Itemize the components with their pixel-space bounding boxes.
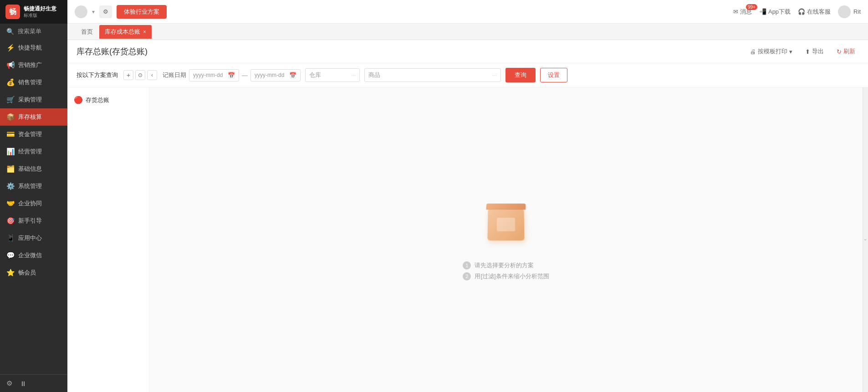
sidebar-item-operation[interactable]: 📊 经营管理 [0,143,67,160]
refresh-btn[interactable]: ↻ 刷新 [833,46,859,57]
sidebar-item-quick-nav[interactable]: ⚡ 快捷导航 [0,39,67,56]
sidebar-item-sales[interactable]: 💰 销售管理 [0,74,67,91]
sidebar-item-system[interactable]: ⚙️ 系统管理 [0,178,67,195]
scheme-collapse-btn[interactable]: ‹ [147,70,157,80]
guide-icon: 🎯 [6,217,15,225]
app-center-icon: 📱 [6,234,15,242]
system-icon: ⚙️ [6,182,15,190]
print-label: 按模板打印 [758,47,787,56]
refresh-label: 刷新 [843,47,855,56]
page-title: 库存总账(存货总账) [77,46,148,57]
date-separator: — [242,72,248,79]
sidebar-item-member[interactable]: ⭐ 畅会员 [0,264,67,281]
wechat-icon: 💬 [6,251,15,260]
app-download-label: App下载 [768,8,791,16]
sidebar-item-capital[interactable]: 💳 资金管理 [0,126,67,143]
scheme-item-label: 存货总账 [86,96,109,104]
topbar-user[interactable] [75,5,87,18]
audio-icon[interactable]: ⏸ [20,380,26,387]
print-icon: 🖨 [750,48,756,55]
user-name-label: Rit [853,8,861,15]
warehouse-select[interactable]: 仓库 ··· [305,68,360,82]
cooperation-icon: 🤝 [6,199,15,208]
online-support-btn[interactable]: 🎧 在线客服 [798,8,831,16]
industry-btn[interactable]: 体验行业方案 [117,5,167,19]
sidebar-item-guide[interactable]: 🎯 新手引导 [0,212,67,229]
message-icon: ✉ [733,8,738,15]
sidebar-search-label: 搜索菜单 [18,27,41,36]
date-label: 记账日期 [163,71,186,79]
topbar-user-name[interactable]: Rit [838,5,861,18]
tab-inventory-ledger[interactable]: 库存成本总账 × [99,25,152,39]
calendar-icon-start: 📅 [228,72,235,79]
print-dropdown-icon: ▾ [789,48,792,55]
sidebar-item-marketing[interactable]: 📢 营销推广 [0,56,67,74]
sidebar: 畅 畅捷通好生意 标准版 🔍 搜索菜单 ⚡ 快捷导航 📢 营销推广 💰 销售管理… [0,0,67,392]
logo-text: 畅捷通好生意 标准版 [24,5,56,19]
topbar: ▾ ⚙ 体验行业方案 ✉ 消息 99+ 📲 App下载 🎧 在线客服 Rit [67,0,868,24]
empty-hint: 1 请先选择要分析的方案 2 用[过滤]条件来缩小分析范围 [463,261,549,280]
sidebar-item-label: 系统管理 [18,182,42,190]
tab-home[interactable]: 首页 [75,24,99,40]
sidebar-search-item[interactable]: 🔍 搜索菜单 [0,24,67,39]
setting-btn[interactable]: 设置 [540,68,567,82]
data-area: 1 请先选择要分析的方案 2 用[过滤]条件来缩小分析范围 [149,87,863,392]
right-panel[interactable]: › [863,87,868,392]
sidebar-item-label: 新手引导 [18,217,42,225]
avatar [838,5,851,18]
date-end-input[interactable]: yyyy-mm-dd 📅 [250,69,301,81]
refresh-icon: ↻ [837,48,842,55]
sidebar-item-purchase[interactable]: 🛒 采购管理 [0,91,67,108]
sidebar-item-wechat[interactable]: 💬 企业微信 [0,247,67,264]
marketing-icon: 📢 [6,61,15,69]
scheme-add-btn[interactable]: + [123,70,133,80]
sidebar-item-label: 企业微信 [18,251,42,260]
date-end-placeholder: yyyy-mm-dd [255,72,284,78]
topbar-dropdown-icon[interactable]: ▾ [92,9,95,15]
empty-box-face [497,218,515,231]
empty-state: 1 请先选择要分析的方案 2 用[过滤]条件来缩小分析范围 [463,199,549,280]
empty-box [487,209,524,240]
filter-right: 记账日期 yyyy-mm-dd 📅 — yyyy-mm-dd 📅 仓库 ··· [163,68,859,82]
scheme-manage-btn[interactable]: ⊙ [135,70,145,80]
page-content: 库存总账(存货总账) 🖨 按模板打印 ▾ ⬆ 导出 ↻ 刷新 按以下方案查询 [67,40,868,392]
calendar-icon-end: 📅 [289,72,296,79]
date-start-input[interactable]: yyyy-mm-dd 📅 [189,69,239,81]
sidebar-item-cooperation[interactable]: 🤝 企业协同 [0,195,67,212]
print-btn[interactable]: 🖨 按模板打印 ▾ [746,46,796,57]
sidebar-item-basics[interactable]: 🗂️ 基础信息 [0,160,67,178]
product-more-icon: ··· [492,72,497,78]
settings-icon[interactable]: ⚙ [6,379,12,387]
inventory-icon: 📦 [6,113,15,121]
online-support-label: 在线客服 [807,8,831,16]
tabs-bar: 首页 库存成本总账 × [67,24,868,40]
message-btn[interactable]: ✉ 消息 99+ [733,8,752,16]
app-download-btn[interactable]: 📲 App下载 [759,8,791,16]
sidebar-item-label: 经营管理 [18,148,42,156]
sidebar-item-inventory[interactable]: 📦 库存核算 [0,108,67,126]
export-icon: ⬆ [805,48,810,55]
sidebar-logo: 畅 畅捷通好生意 标准版 [0,0,67,24]
export-label: 导出 [812,47,824,56]
logo-icon: 畅 [5,5,20,19]
right-panel-arrow-icon: › [863,239,868,240]
warehouse-more-icon: ··· [351,72,356,78]
search-icon: 🔍 [6,28,14,35]
purchase-icon: 🛒 [6,96,15,104]
sidebar-item-app-center[interactable]: 📱 应用中心 [0,229,67,247]
support-icon: 🎧 [798,8,805,15]
sidebar-item-label: 应用中心 [18,234,42,242]
topbar-settings-btn[interactable]: ⚙ [99,5,112,18]
hint-item-1: 1 请先选择要分析的方案 [463,261,549,270]
query-btn[interactable]: 查询 [505,68,536,82]
sidebar-item-label: 基础信息 [18,165,42,173]
product-placeholder: 商品 [368,71,380,79]
sidebar-item-label: 快捷导航 [18,44,42,52]
export-btn[interactable]: ⬆ 导出 [802,46,827,57]
hint-num-2: 2 [463,272,471,280]
product-select[interactable]: 商品 ··· [364,68,501,82]
tab-close-btn[interactable]: × [143,29,146,35]
scheme-item-inventory-ledger[interactable]: 🔴 存货总账 [67,92,149,108]
page-header-actions: 🖨 按模板打印 ▾ ⬆ 导出 ↻ 刷新 [746,46,859,57]
quick-nav-icon: ⚡ [6,44,15,52]
